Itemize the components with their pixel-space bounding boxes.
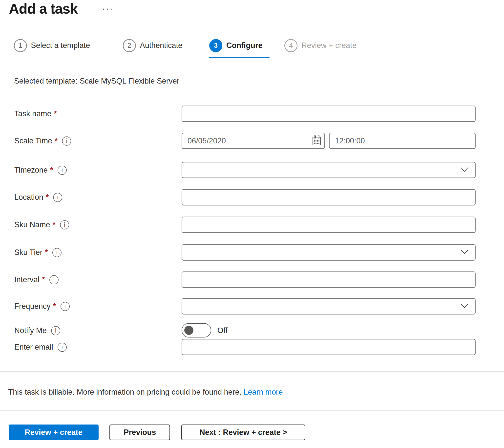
location-row: Location * i	[0, 189, 504, 205]
notify-me-label-cell: Notify Me i	[14, 323, 60, 338]
info-icon[interactable]: i	[51, 326, 60, 335]
notify-me-label: Notify Me	[14, 326, 47, 335]
scale-time-label-cell: Scale Time * i	[14, 133, 71, 149]
selected-template-text: Selected template: Scale MySQL Flexible …	[14, 77, 179, 86]
required-asterisk: *	[54, 109, 57, 118]
next-review-create-button[interactable]: Next : Review + create >	[181, 425, 305, 440]
sku-name-label: Sku Name	[14, 220, 50, 229]
step-1-badge: 1	[14, 39, 27, 52]
task-name-label-cell: Task name *	[14, 106, 57, 122]
info-icon[interactable]: i	[53, 193, 62, 202]
wizard-step-configure[interactable]: 3 Configure	[209, 39, 262, 52]
chevron-down-icon	[460, 167, 469, 173]
chevron-down-icon	[460, 303, 469, 309]
wizard-step-select-template[interactable]: 1 Select a template	[14, 39, 90, 52]
info-icon[interactable]: i	[49, 275, 59, 284]
timezone-label-cell: Timezone * i	[14, 162, 67, 178]
scale-time-input[interactable]	[329, 133, 476, 149]
notify-toggle-state: Off	[217, 323, 228, 338]
sku-name-row: Sku Name * i	[0, 217, 504, 233]
info-icon[interactable]: i	[52, 248, 62, 257]
sku-tier-label: Sku Tier	[14, 248, 42, 257]
required-asterisk: *	[42, 275, 45, 284]
step-2-badge: 2	[123, 39, 136, 52]
frequency-row: Frequency * i	[0, 298, 504, 314]
billing-note-text: This task is billable. More information …	[8, 388, 241, 396]
sku-name-input[interactable]	[182, 217, 476, 233]
step-1-label: Select a template	[31, 41, 90, 50]
previous-button[interactable]: Previous	[109, 425, 170, 440]
task-name-label: Task name	[14, 109, 51, 118]
notify-toggle[interactable]	[182, 323, 211, 337]
scale-time-label: Scale Time	[14, 136, 52, 145]
notify-me-row: Notify Me i Off	[0, 323, 504, 338]
enter-email-label: Enter email	[14, 343, 53, 352]
required-asterisk: *	[50, 166, 53, 175]
billing-note: This task is billable. More information …	[8, 388, 283, 397]
wizard-step-authenticate[interactable]: 2 Authenticate	[123, 39, 182, 52]
learn-more-link[interactable]: Learn more	[244, 388, 283, 396]
location-input[interactable]	[182, 189, 476, 205]
calendar-icon[interactable]	[312, 135, 322, 147]
sku-name-label-cell: Sku Name * i	[14, 217, 69, 233]
toggle-knob-icon	[184, 326, 193, 335]
required-asterisk: *	[46, 193, 49, 202]
interval-label-cell: Interval * i	[14, 271, 59, 288]
location-label-cell: Location * i	[14, 189, 62, 205]
info-icon[interactable]: i	[62, 136, 71, 146]
step-4-badge: 4	[284, 39, 297, 52]
page-title: Add a task	[9, 0, 78, 17]
frequency-label: Frequency	[14, 302, 50, 311]
wizard-step-review-create[interactable]: 4 Review + create	[284, 39, 357, 52]
add-task-blade: Add a task ··· 1 Select a template 2 Aut…	[0, 0, 504, 448]
more-options-button[interactable]: ···	[102, 3, 113, 14]
required-asterisk: *	[55, 136, 58, 145]
review-create-button[interactable]: Review + create	[9, 425, 99, 440]
required-asterisk: *	[53, 220, 56, 229]
scale-time-row: Scale Time * i	[0, 133, 504, 149]
info-icon[interactable]: i	[60, 220, 69, 229]
frequency-label-cell: Frequency * i	[14, 298, 70, 314]
required-asterisk: *	[45, 248, 48, 257]
enter-email-row: Enter email i	[0, 339, 504, 355]
info-icon[interactable]: i	[61, 302, 70, 311]
location-label: Location	[14, 193, 43, 202]
chevron-down-icon	[460, 249, 469, 255]
divider	[0, 371, 504, 372]
interval-label: Interval	[14, 275, 40, 284]
divider	[0, 410, 504, 411]
frequency-select[interactable]	[182, 298, 476, 314]
timezone-row: Timezone * i	[0, 162, 504, 178]
sku-tier-row: Sku Tier * i	[0, 244, 504, 261]
required-asterisk: *	[53, 302, 56, 311]
info-icon[interactable]: i	[58, 343, 67, 352]
task-name-row: Task name *	[0, 106, 504, 122]
step-2-label: Authenticate	[140, 41, 182, 50]
scale-date-input[interactable]	[182, 133, 325, 149]
timezone-select[interactable]	[182, 162, 476, 178]
email-input[interactable]	[182, 339, 476, 355]
step-3-label: Configure	[226, 41, 262, 50]
timezone-label: Timezone	[14, 166, 48, 175]
enter-email-label-cell: Enter email i	[14, 339, 67, 355]
task-name-input[interactable]	[182, 106, 476, 122]
interval-input[interactable]	[182, 271, 476, 288]
interval-row: Interval * i	[0, 271, 504, 288]
sku-tier-label-cell: Sku Tier * i	[14, 244, 62, 261]
sku-tier-select[interactable]	[182, 244, 476, 261]
step-4-label: Review + create	[301, 41, 357, 50]
info-icon[interactable]: i	[58, 166, 67, 175]
active-step-underline	[209, 57, 270, 58]
step-3-badge: 3	[209, 39, 222, 52]
